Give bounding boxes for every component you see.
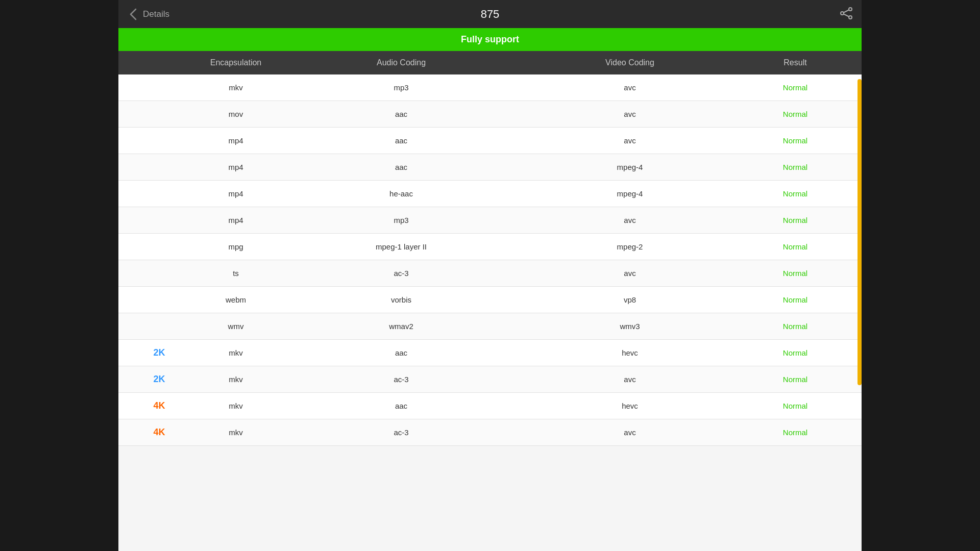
cell-encapsulation: mp4 (185, 209, 287, 232)
table-row: 4Kmkvac-3avcNormal (118, 419, 862, 446)
back-label: Details (143, 9, 169, 19)
table-row: 2Kmkvac-3avcNormal (118, 366, 862, 393)
cell-encapsulation: mp4 (185, 182, 287, 205)
cell-label: 4K (134, 393, 185, 418)
cell-result: Normal (744, 341, 846, 364)
cell-video: wmv3 (516, 315, 744, 338)
svg-line-4 (844, 14, 849, 16)
table-row: movaacavcNormal (118, 101, 862, 128)
svg-point-0 (849, 8, 852, 11)
table-row: mpgmpeg-1 layer IImpeg-2Normal (118, 234, 862, 260)
cell-label (134, 319, 185, 334)
cell-video: vp8 (516, 288, 744, 311)
table-row: wmvwmav2wmv3Normal (118, 313, 862, 340)
cell-audio: mpeg-1 layer II (287, 235, 516, 258)
cell-result: Normal (744, 288, 846, 311)
cell-encapsulation: mp4 (185, 156, 287, 179)
cell-video: hevc (516, 341, 744, 364)
cell-encapsulation: mkv (185, 421, 287, 444)
share-button[interactable] (839, 6, 853, 22)
cell-result: Normal (744, 182, 846, 205)
cell-video: avc (516, 209, 744, 232)
cell-audio: ac-3 (287, 368, 516, 391)
cell-result: Normal (744, 315, 846, 338)
table-row: tsac-3avcNormal (118, 260, 862, 287)
cell-label (134, 266, 185, 281)
cell-result: Normal (744, 394, 846, 417)
cell-video: mpeg-2 (516, 235, 744, 258)
cell-label: 2K (134, 340, 185, 365)
table-row: mp4aacmpeg-4Normal (118, 154, 862, 181)
table-row: 2KmkvaachevcNormal (118, 340, 862, 366)
cell-video: avc (516, 421, 744, 444)
cell-encapsulation: mkv (185, 341, 287, 364)
cell-encapsulation: mov (185, 103, 287, 126)
cell-label (134, 160, 185, 174)
cell-audio: mp3 (287, 209, 516, 232)
cell-video: avc (516, 262, 744, 285)
cell-audio: aac (287, 156, 516, 179)
table-row: webmvorbisvp8Normal (118, 287, 862, 313)
table-row: mkvmp3avcNormal (118, 74, 862, 101)
cell-result: Normal (744, 76, 846, 99)
cell-label (134, 240, 185, 254)
cell-result: Normal (744, 235, 846, 258)
cell-result: Normal (744, 156, 846, 179)
cell-label (134, 134, 185, 148)
fully-support-banner: Fully support (118, 28, 862, 51)
cell-audio: ac-3 (287, 421, 516, 444)
svg-point-2 (849, 16, 852, 19)
col-result: Result (744, 58, 846, 67)
header: Details 875 (118, 0, 862, 28)
cell-video: mpeg-4 (516, 156, 744, 179)
cell-label (134, 293, 185, 307)
cell-audio: he-aac (287, 182, 516, 205)
cell-audio: aac (287, 129, 516, 152)
cell-result: Normal (744, 103, 846, 126)
back-button[interactable]: Details (127, 7, 169, 21)
cell-encapsulation: mkv (185, 394, 287, 417)
cell-audio: mp3 (287, 76, 516, 99)
cell-audio: wmav2 (287, 315, 516, 338)
cell-audio: aac (287, 341, 516, 364)
table-body: mkvmp3avcNormalmovaacavcNormalmp4aacavcN… (118, 74, 862, 546)
cell-video: hevc (516, 394, 744, 417)
cell-encapsulation: mkv (185, 76, 287, 99)
cell-encapsulation: mpg (185, 235, 287, 258)
cell-result: Normal (744, 262, 846, 285)
cell-encapsulation: mkv (185, 368, 287, 391)
cell-result: Normal (744, 209, 846, 232)
table-row: mp4he-aacmpeg-4Normal (118, 181, 862, 207)
cell-result: Normal (744, 368, 846, 391)
cell-label (134, 81, 185, 95)
cell-encapsulation: webm (185, 288, 287, 311)
table-row: 4KmkvaachevcNormal (118, 393, 862, 419)
cell-label (134, 107, 185, 121)
cell-label (134, 213, 185, 228)
cell-audio: vorbis (287, 288, 516, 311)
cell-result: Normal (744, 129, 846, 152)
column-headers: Encapsulation Audio Coding Video Coding … (118, 51, 862, 74)
cell-encapsulation: ts (185, 262, 287, 285)
cell-video: avc (516, 103, 744, 126)
screen: Details 875 Fully support Encapsulation … (118, 0, 862, 551)
table-row: mp4mp3avcNormal (118, 207, 862, 234)
col-label-empty (134, 58, 185, 67)
cell-video: mpeg-4 (516, 182, 744, 205)
col-video-coding: Video Coding (516, 58, 744, 67)
cell-video: avc (516, 76, 744, 99)
cell-label: 2K (134, 367, 185, 392)
header-count: 875 (481, 8, 500, 21)
cell-encapsulation: mp4 (185, 129, 287, 152)
cell-video: avc (516, 368, 744, 391)
col-encapsulation: Encapsulation (185, 58, 287, 67)
cell-encapsulation: wmv (185, 315, 287, 338)
cell-audio: ac-3 (287, 262, 516, 285)
cell-video: avc (516, 129, 744, 152)
table-row: mp4aacavcNormal (118, 128, 862, 154)
cell-audio: aac (287, 394, 516, 417)
cell-label (134, 187, 185, 201)
scroll-indicator (857, 79, 862, 385)
cell-result: Normal (744, 421, 846, 444)
banner-text: Fully support (461, 34, 519, 44)
